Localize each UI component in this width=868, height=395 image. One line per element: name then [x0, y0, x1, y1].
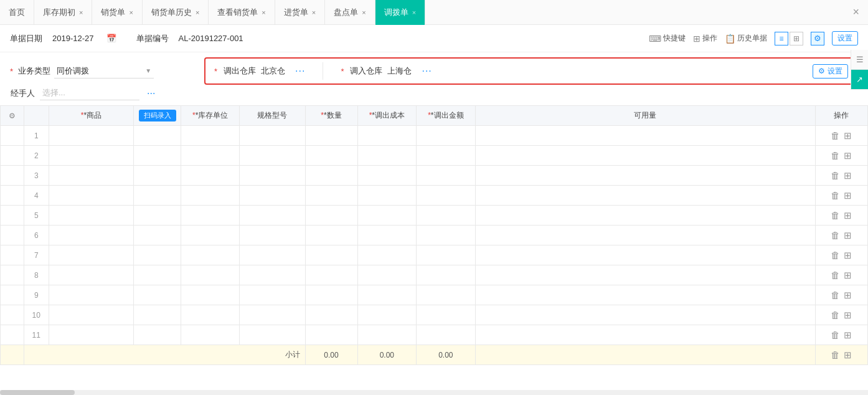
row-delete-icon[interactable]: 🗑: [831, 330, 840, 340]
rp-list-btn[interactable]: ☰: [851, 50, 869, 70]
row-avail[interactable]: [475, 325, 815, 345]
row-qty[interactable]: [305, 166, 357, 186]
row-product[interactable]: [49, 206, 134, 226]
setting-icon[interactable]: ⚙: [811, 32, 824, 45]
row-avail[interactable]: [475, 166, 815, 186]
row-amount[interactable]: [417, 245, 476, 265]
row-amount[interactable]: [417, 305, 476, 325]
row-amount[interactable]: [417, 166, 476, 186]
row-cost[interactable]: [357, 325, 417, 345]
row-qty[interactable]: [305, 245, 357, 265]
row-qty[interactable]: [305, 226, 357, 245]
calendar-icon[interactable]: 📅: [106, 34, 116, 43]
row-spec[interactable]: [240, 325, 305, 345]
row-unit[interactable]: [181, 186, 240, 206]
row-spec[interactable]: [240, 126, 305, 146]
tab-home[interactable]: 首页: [0, 0, 34, 25]
shortcut-btn[interactable]: ⌨ 快捷键: [649, 33, 686, 44]
row-spec[interactable]: [240, 206, 305, 226]
row-unit[interactable]: [181, 126, 240, 146]
row-delete-icon[interactable]: 🗑: [831, 210, 840, 221]
row-product[interactable]: [49, 305, 134, 325]
row-qty[interactable]: [305, 186, 357, 206]
row-avail[interactable]: [475, 265, 815, 285]
tab-close-sales-order[interactable]: ×: [129, 9, 133, 16]
subtotal-copy-icon[interactable]: ⊞: [844, 350, 852, 361]
row-product[interactable]: [49, 186, 134, 206]
row-unit[interactable]: [181, 285, 240, 305]
row-delete-icon[interactable]: 🗑: [831, 150, 840, 161]
row-cost[interactable]: [357, 146, 417, 166]
row-copy-icon[interactable]: ⊞: [844, 250, 852, 261]
settings-text-btn[interactable]: 设置: [832, 31, 858, 45]
row-avail[interactable]: [475, 305, 815, 325]
row-cost[interactable]: [357, 166, 417, 186]
row-cost[interactable]: [357, 186, 417, 206]
row-spec[interactable]: [240, 285, 305, 305]
row-unit[interactable]: [181, 245, 240, 265]
subtotal-delete-icon[interactable]: 🗑: [831, 350, 840, 360]
row-spec[interactable]: [240, 186, 305, 206]
row-product[interactable]: [49, 325, 134, 345]
manager-select[interactable]: 选择...: [40, 86, 139, 100]
row-product[interactable]: [49, 226, 134, 245]
row-spec[interactable]: [240, 146, 305, 166]
row-avail[interactable]: [475, 285, 815, 305]
row-copy-icon[interactable]: ⊞: [844, 130, 852, 141]
scrollbar-thumb[interactable]: [0, 390, 75, 395]
tab-sales-order[interactable]: 销货单 ×: [92, 0, 142, 25]
row-qty[interactable]: [305, 325, 357, 345]
row-qty[interactable]: [305, 206, 357, 226]
row-spec[interactable]: [240, 305, 305, 325]
row-amount[interactable]: [417, 206, 476, 226]
row-cost[interactable]: [357, 305, 417, 325]
biz-type-select[interactable]: 同价调拨 ▼: [54, 64, 154, 79]
row-unit[interactable]: [181, 226, 240, 245]
row-cost[interactable]: [357, 226, 417, 245]
row-avail[interactable]: [475, 186, 815, 206]
transfer-in-more-btn[interactable]: ···: [422, 65, 432, 77]
row-product[interactable]: [49, 285, 134, 305]
tab-inventory-init[interactable]: 库存期初 ×: [34, 0, 92, 25]
row-product[interactable]: [49, 146, 134, 166]
row-amount[interactable]: [417, 226, 476, 245]
row-product[interactable]: [49, 166, 134, 186]
scan-btn[interactable]: 扫码录入: [139, 110, 176, 121]
row-qty[interactable]: [305, 146, 357, 166]
row-product[interactable]: [49, 126, 134, 146]
tab-transfer[interactable]: 调拨单 ×: [375, 0, 425, 25]
row-copy-icon[interactable]: ⊞: [844, 210, 852, 221]
row-copy-icon[interactable]: ⊞: [844, 310, 852, 321]
transfer-out-more-btn[interactable]: ···: [295, 65, 305, 77]
row-delete-icon[interactable]: 🗑: [831, 250, 840, 260]
row-copy-icon[interactable]: ⊞: [844, 170, 852, 181]
row-qty[interactable]: [305, 265, 357, 285]
horizontal-scrollbar[interactable]: [0, 390, 868, 395]
row-delete-icon[interactable]: 🗑: [831, 130, 840, 141]
tab-close-inventory-init[interactable]: ×: [79, 9, 83, 16]
row-spec[interactable]: [240, 166, 305, 186]
row-delete-icon[interactable]: 🗑: [831, 290, 840, 300]
row-spec[interactable]: [240, 226, 305, 245]
row-cost[interactable]: [357, 265, 417, 285]
row-unit[interactable]: [181, 166, 240, 186]
row-amount[interactable]: [417, 126, 476, 146]
history-btn[interactable]: 📋 历史单据: [725, 33, 767, 44]
row-copy-icon[interactable]: ⊞: [844, 150, 852, 161]
row-cost[interactable]: [357, 245, 417, 265]
row-amount[interactable]: [417, 285, 476, 305]
layout-list-btn[interactable]: ≡: [775, 32, 788, 45]
row-copy-icon[interactable]: ⊞: [844, 190, 852, 201]
tab-close-transfer[interactable]: ×: [412, 9, 416, 16]
row-cost[interactable]: [357, 126, 417, 146]
warehouse-setting-btn[interactable]: ⚙ 设置: [813, 64, 848, 79]
tab-stocktake[interactable]: 盘点单 ×: [325, 0, 375, 25]
row-spec[interactable]: [240, 245, 305, 265]
row-product[interactable]: [49, 245, 134, 265]
rp-share-btn[interactable]: ↗: [851, 70, 869, 90]
row-avail[interactable]: [475, 126, 815, 146]
tab-close-view-sales[interactable]: ×: [262, 9, 265, 16]
row-qty[interactable]: [305, 126, 357, 146]
table-gear-icon[interactable]: ⚙: [9, 112, 16, 120]
row-avail[interactable]: [475, 146, 815, 166]
